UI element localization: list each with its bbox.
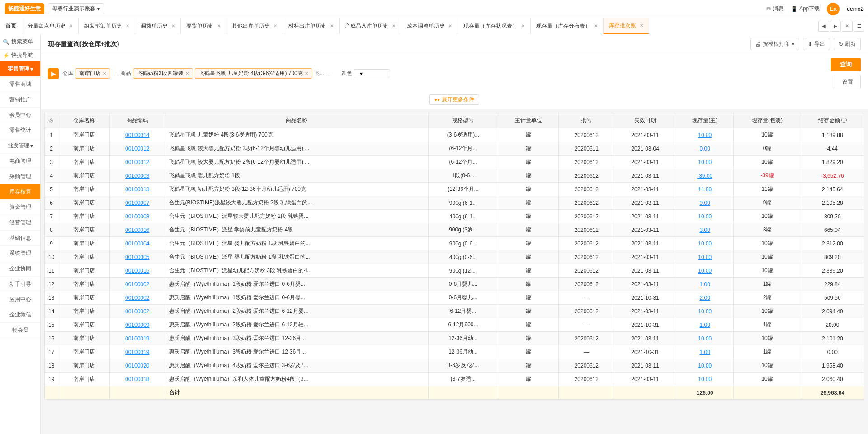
cell-amount: 1,958.40 — [801, 359, 864, 373]
cell-code[interactable]: 00100012 — [109, 156, 165, 169]
sidebar-item-basic[interactable]: 基础信息 — [0, 231, 40, 246]
cell-code[interactable]: 00100013 — [109, 183, 165, 196]
tab-chengben[interactable]: 成本调整单历史 ✕ — [401, 18, 458, 34]
product-more[interactable]: 飞... — [314, 70, 324, 77]
tab-qita[interactable]: 其他出库单历史 ✕ — [226, 18, 283, 34]
close-chanpin[interactable]: ✕ — [392, 24, 396, 28]
cell-code[interactable]: 00100002 — [109, 305, 165, 318]
sidebar-item-member[interactable]: 会员中心 — [0, 108, 40, 123]
sidebar-item-wechat[interactable]: 企业微信 — [0, 307, 40, 323]
cell-code[interactable]: 00100007 — [109, 196, 165, 210]
cell-code[interactable]: 00100009 — [109, 318, 165, 332]
close-fenpan[interactable]: ✕ — [69, 24, 73, 28]
tab-close-btn[interactable]: ✕ — [842, 21, 853, 32]
tab-home[interactable]: 首页 — [0, 18, 22, 34]
btn-query[interactable]: 查询 — [831, 58, 861, 71]
tab-fenpan[interactable]: 分量盘点单历史 ✕ — [22, 18, 79, 34]
cell-code[interactable]: 00100004 — [109, 237, 165, 250]
sidebar-item-collab[interactable]: 企业协同 — [0, 261, 40, 277]
cell-batch: — — [559, 345, 614, 359]
expand-more-btn[interactable]: ▾▾ 展开更多条件 — [429, 94, 479, 105]
close-kucun2[interactable]: ✕ — [594, 24, 598, 28]
sidebar-item-guide[interactable]: 新手引导 — [0, 277, 40, 292]
cell-code[interactable]: 00100002 — [109, 278, 165, 291]
btn-template-print[interactable]: 🖨 按模板打印 ▾ — [750, 38, 799, 50]
tab-kucun1[interactable]: 现存量（库存状况表） ✕ — [458, 18, 531, 34]
cell-batch: 20200612 — [559, 156, 614, 169]
message-btn[interactable]: ✉ 消息 — [766, 5, 783, 13]
cell-code[interactable]: 00100016 — [109, 223, 165, 237]
tab-kucun3[interactable]: 库存批次账 ✕ — [604, 18, 649, 34]
tab-kucun2[interactable]: 现存量（库存分布表） ✕ — [531, 18, 604, 34]
tab-prev-btn[interactable]: ◀ — [818, 21, 829, 32]
cell-code[interactable]: 00100005 — [109, 250, 165, 264]
cell-name: 飞鹤星飞帆 较大婴儿配方奶粉 2段(6-12个月婴幼儿适用) ... — [165, 156, 428, 169]
sidebar-item-retail-stats[interactable]: 零售统计 — [0, 123, 40, 138]
close-kucun1[interactable]: ✕ — [521, 24, 525, 28]
sidebar-item-purchase[interactable]: 采购管理 — [0, 169, 40, 184]
filter-expand-btn[interactable]: ▶ — [48, 68, 59, 79]
tab-cailiao[interactable]: 材料出库单历史 ✕ — [283, 18, 340, 34]
sidebar-item-wholesale[interactable]: 批发管理 ▾ — [0, 138, 40, 154]
product-tag-1-remove[interactable]: ✕ — [185, 71, 189, 76]
sidebar-item-member2[interactable]: 畅会员 — [0, 323, 40, 338]
cell-code[interactable]: 00100012 — [109, 142, 165, 156]
sidebar-item-inventory[interactable]: 库存核算 — [0, 184, 40, 200]
sidebar-item-retail-mgmt[interactable]: 零售管理 ▾ — [0, 61, 40, 77]
sidebar-item-appstore[interactable]: 应用中心 — [0, 292, 40, 307]
logo: 畅捷通好生意 — [5, 3, 44, 14]
sidebar-item-operation[interactable]: 经营管理 — [0, 215, 40, 231]
warehouse-tag[interactable]: 南岸门店 ✕ — [75, 68, 110, 79]
product-more-dots[interactable]: ... — [326, 71, 330, 77]
close-yaohuo[interactable]: ✕ — [217, 24, 221, 28]
total-empty-3 — [109, 386, 165, 400]
sidebar-quicknav[interactable]: ⚡ 快捷导航 — [0, 50, 40, 61]
tab-yaohuo[interactable]: 要货单历史 ✕ — [181, 18, 226, 34]
app-download-btn[interactable]: 📱 App下载 — [791, 5, 820, 13]
cell-code[interactable]: 00100018 — [109, 373, 165, 386]
btn-export[interactable]: ⬇ 导出 — [803, 38, 830, 50]
close-cailiao[interactable]: ✕ — [330, 24, 334, 28]
btn-refresh[interactable]: ↻ 刷新 — [834, 38, 861, 50]
btn-settings[interactable]: 设置 — [835, 75, 861, 89]
sidebar-item-marketing[interactable]: 营销推广 — [0, 92, 40, 108]
cell-code[interactable]: 00100008 — [109, 210, 165, 223]
tab-diaobo[interactable]: 调拨单历史 ✕ — [135, 18, 181, 34]
cell-code[interactable]: 00100014 — [109, 128, 165, 142]
warehouse-tag-remove[interactable]: ✕ — [103, 71, 106, 76]
gear-icon[interactable]: ⚙ — [49, 118, 54, 124]
product-tag-2[interactable]: 飞鹤星飞帆 儿童奶粉 4段(3-6岁适用) 700克 ✕ — [195, 68, 312, 79]
close-zuzhuang[interactable]: ✕ — [126, 24, 129, 28]
color-dropdown[interactable]: ▾ — [354, 69, 390, 78]
industry-selector[interactable]: 母婴行业演示账套 ▾ — [48, 3, 104, 14]
tab-zuzhuang[interactable]: 组装拆卸单历史 ✕ — [79, 18, 135, 34]
sidebar-search[interactable]: 🔍 搜索菜单 — [0, 34, 40, 50]
cell-unit: 罐 — [498, 318, 559, 332]
tab-menu-btn[interactable]: ☰ — [854, 21, 864, 32]
sidebar-item-finance[interactable]: 资金管理 — [0, 200, 40, 215]
cell-batch: 20200611 — [559, 142, 614, 156]
close-qita[interactable]: ✕ — [274, 24, 277, 28]
sidebar-item-ecommerce[interactable]: 电商管理 — [0, 154, 40, 169]
close-chengben[interactable]: ✕ — [448, 24, 452, 28]
avatar[interactable]: Ea — [827, 3, 840, 15]
warehouse-more[interactable]: ... — [112, 71, 117, 77]
cell-code[interactable]: 00100020 — [109, 359, 165, 373]
tab-chanpin[interactable]: 产成品入库单历史 ✕ — [340, 18, 401, 34]
close-kucun3[interactable]: ✕ — [640, 23, 643, 28]
sidebar-item-system[interactable]: 系统管理 — [0, 246, 40, 261]
cell-code[interactable]: 00100003 — [109, 169, 165, 183]
tab-next-btn[interactable]: ▶ — [830, 21, 841, 32]
close-diaobo[interactable]: ✕ — [171, 24, 175, 28]
cell-name: 惠氏启醒（Wyeth illuma）3段奶粉 爱尔兰进口 12-36月... — [165, 332, 428, 345]
cell-code[interactable]: 00100015 — [109, 264, 165, 278]
table-header-row: ⚙ 仓库名称 商品编码 商品名称 规格型号 主计量单位 批号 失效日期 现存量(… — [45, 113, 864, 128]
cell-qty-pkg: 10罐 — [734, 359, 801, 373]
cell-code[interactable]: 00100019 — [109, 345, 165, 359]
cell-qty-pkg: 10罐 — [734, 210, 801, 223]
cell-code[interactable]: 00100002 — [109, 291, 165, 305]
sidebar-item-retail-mall[interactable]: 零售商城 — [0, 77, 40, 92]
product-tag-2-remove[interactable]: ✕ — [305, 71, 308, 76]
cell-code[interactable]: 00100019 — [109, 332, 165, 345]
product-tag-1[interactable]: 飞鹤奶粉3段四罐装 ✕ — [133, 68, 193, 79]
